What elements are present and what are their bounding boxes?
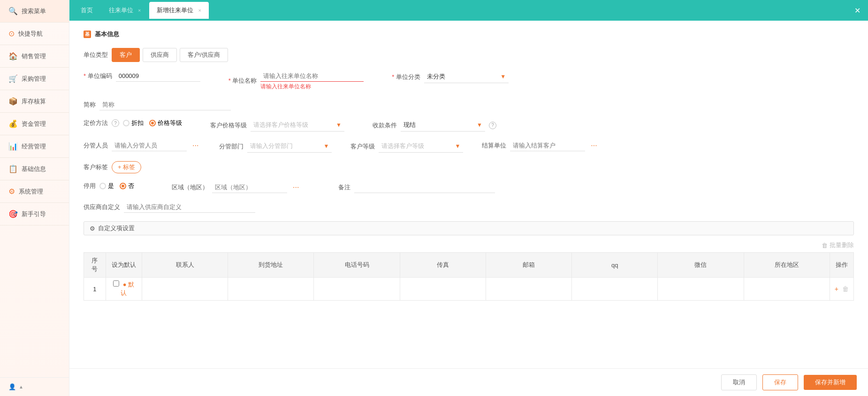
region-input[interactable] <box>212 182 287 193</box>
pricing-level-label: 价格等级 <box>158 119 182 127</box>
tabs-bar: 首页 往来单位 × 新增往来单位 × ✕ <box>69 0 868 21</box>
cancel-button[interactable]: 取消 <box>721 374 757 390</box>
sidebar-item-inventory[interactable]: 📦 库存核算 <box>0 90 69 113</box>
unit-type-buttons: 客户 供应商 客户/供应商 <box>112 48 228 62</box>
pricing-help-icon[interactable]: ? <box>112 119 119 127</box>
table-region-input[interactable] <box>749 286 825 293</box>
unit-btn-both[interactable]: 客户/供应商 <box>180 48 228 62</box>
custom-settings-btn[interactable]: ⚙ 自定义项设置 <box>84 221 854 235</box>
default-radio[interactable]: ● 默认 <box>121 281 134 296</box>
sidebar-item-guide[interactable]: 🎯 新手引导 <box>0 203 69 225</box>
row-address[interactable] <box>228 278 314 301</box>
remark-input[interactable] <box>354 182 495 193</box>
disable-yes-option[interactable]: 是 <box>99 182 114 190</box>
phone-input[interactable] <box>319 286 395 293</box>
disable-no-radio[interactable] <box>120 183 126 189</box>
fax-input[interactable] <box>405 286 481 293</box>
qq-input[interactable] <box>577 286 653 293</box>
sidebar-item-operations[interactable]: 📊 经营管理 <box>0 135 69 158</box>
row-contact[interactable] <box>142 278 228 301</box>
region-group: 区域（地区） ··· <box>172 182 301 193</box>
dept-select[interactable]: 请输入分管部门 ▼ <box>247 140 332 153</box>
remark-label: 备注 <box>338 183 350 192</box>
sidebar-item-purchase[interactable]: 🛒 采购管理 <box>0 68 69 90</box>
payment-group: 收款条件 现结 ▼ ? <box>373 119 496 132</box>
settlement-label: 结算单位 <box>482 141 506 150</box>
name-error-msg: 请输入往来单位名称 <box>260 83 364 91</box>
search-icon: 🔍 <box>8 7 18 16</box>
unit-btn-supplier[interactable]: 供应商 <box>143 48 177 62</box>
sidebar-item-quick-nav[interactable]: ⊙ 快捷导航 <box>0 23 69 45</box>
operations-icon: 📊 <box>8 142 18 151</box>
close-window-button[interactable]: ✕ <box>851 4 864 17</box>
pricing-discount-option[interactable]: 折扣 <box>123 119 144 127</box>
short-name-label: 简称 <box>84 101 96 109</box>
sidebar-item-finance[interactable]: 💰 资金管理 <box>0 113 69 135</box>
col-index: 序号 <box>84 253 106 278</box>
pricing-level-option[interactable]: 价格等级 <box>149 119 182 127</box>
category-label: 单位分类 <box>392 73 420 81</box>
row-region[interactable] <box>744 278 830 301</box>
row-qq[interactable] <box>572 278 658 301</box>
manager-input[interactable] <box>112 140 187 151</box>
custom-settings-label: 自定义项设置 <box>98 224 135 233</box>
sidebar-item-basic-info[interactable]: 📋 基础信息 <box>0 158 69 180</box>
tab-new-partner[interactable]: 新增往来单位 × <box>149 2 208 19</box>
tab-partners[interactable]: 往来单位 × <box>101 2 148 19</box>
name-input-wrap: 请输入往来单位名称 <box>260 70 364 91</box>
tab-partners-close[interactable]: × <box>138 8 141 13</box>
add-tag-btn[interactable]: + 标签 <box>112 161 141 173</box>
payment-help-icon[interactable]: ? <box>489 122 496 129</box>
col-contact: 联系人 <box>142 253 228 278</box>
delete-row-btn[interactable]: 🗑 <box>842 285 849 293</box>
table-row: 1 ● 默认 <box>84 278 854 301</box>
col-fax: 传真 <box>400 253 486 278</box>
gear-icon: ⚙ <box>90 225 95 232</box>
row-fax[interactable] <box>400 278 486 301</box>
form-content: 基 基本信息 单位类型 客户 供应商 客户/供应商 单位编码 <box>69 21 868 368</box>
manager-more-btn[interactable]: ··· <box>190 141 200 150</box>
payment-select[interactable]: 现结 ▼ <box>401 119 485 132</box>
basic-info-icon: 📋 <box>8 164 18 173</box>
wechat-input[interactable] <box>662 286 739 293</box>
price-level-select[interactable]: 请选择客户价格等级 ▼ <box>251 119 344 132</box>
batch-delete-label[interactable]: 批量删除 <box>830 241 854 249</box>
save-new-button[interactable]: 保存并新增 <box>804 375 857 390</box>
settlement-input[interactable] <box>510 140 585 151</box>
row-phone[interactable] <box>314 278 400 301</box>
pricing-level-radio[interactable] <box>149 120 156 126</box>
region-more-btn[interactable]: ··· <box>291 183 301 192</box>
row-index: 1 <box>84 278 106 301</box>
row-checkbox[interactable] <box>113 280 119 287</box>
category-select[interactable]: 未分类 ▼ <box>424 70 509 83</box>
unit-btn-customer[interactable]: 客户 <box>112 48 140 62</box>
sidebar-label-search: 搜索菜单 <box>22 7 46 16</box>
supplier-custom-group: 供应商自定义 <box>84 202 255 213</box>
settlement-more-btn[interactable]: ··· <box>589 141 599 150</box>
col-address: 到货地址 <box>228 253 314 278</box>
address-input[interactable] <box>233 286 309 293</box>
contact-input[interactable] <box>147 286 223 293</box>
sidebar-label-quick-nav: 快捷导航 <box>18 30 43 38</box>
add-row-btn[interactable]: + <box>835 285 838 293</box>
disable-yes-radio[interactable] <box>99 183 106 189</box>
pricing-discount-radio[interactable] <box>123 120 129 126</box>
sidebar-item-search[interactable]: 🔍 搜索菜单 <box>0 0 69 23</box>
short-name-input[interactable] <box>99 99 231 110</box>
row-wechat[interactable] <box>658 278 744 301</box>
sidebar-item-sales[interactable]: 🏠 销售管理 <box>0 45 69 68</box>
sidebar-label-inventory: 库存核算 <box>22 97 46 106</box>
tab-home[interactable]: 首页 <box>73 2 100 19</box>
disable-no-option[interactable]: 否 <box>120 182 134 190</box>
tab-new-partner-close[interactable]: × <box>198 8 201 13</box>
col-email: 邮箱 <box>486 253 571 278</box>
name-input[interactable] <box>260 70 364 82</box>
email-input[interactable] <box>491 286 567 293</box>
region-label: 区域（地区） <box>172 183 208 192</box>
supplier-custom-input[interactable] <box>124 202 255 213</box>
code-input[interactable] <box>116 70 200 82</box>
customer-level-select[interactable]: 请选择客户等级 ▼ <box>379 140 463 153</box>
sidebar-item-system[interactable]: ⚙ 系统管理 <box>0 180 69 203</box>
row-email[interactable] <box>486 278 571 301</box>
save-button[interactable]: 保存 <box>762 374 798 390</box>
